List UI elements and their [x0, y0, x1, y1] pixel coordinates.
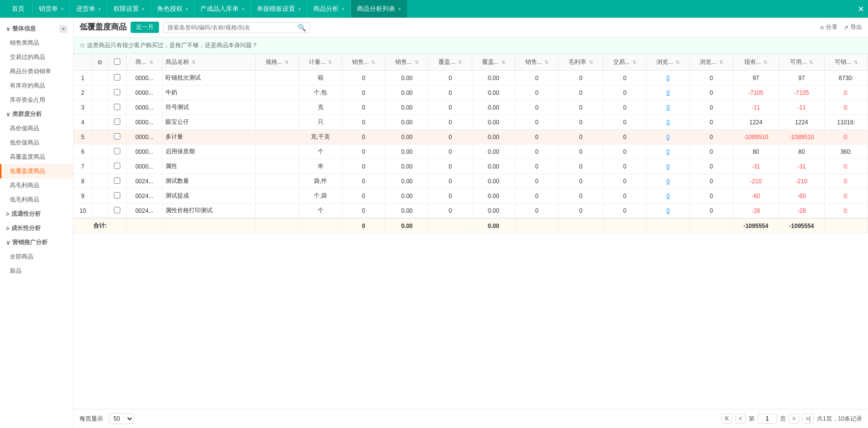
sidebar-item-high-value[interactable]: 高价值商品 — [0, 121, 73, 136]
row-checkbox[interactable] — [114, 207, 120, 213]
th-margin[interactable]: 毛利率 ⇅ — [558, 54, 603, 71]
cell-browse1[interactable]: 0 — [647, 130, 690, 144]
nav-tab-analysis-list[interactable]: 商品分析列表 × — [351, 0, 407, 18]
cell-browse1[interactable]: 0 — [647, 71, 690, 86]
th-trade[interactable]: 交易... ⇅ — [603, 54, 647, 71]
sidebar-item-stock-capital[interactable]: 库存资金占用 — [0, 93, 73, 107]
cell-browse1[interactable]: 0 — [647, 115, 690, 130]
cell-browse1[interactable]: 0 — [647, 189, 690, 203]
th-gear[interactable]: ⚙ — [92, 54, 108, 71]
row-checkbox[interactable] — [114, 163, 120, 169]
row-checkbox[interactable] — [114, 118, 120, 125]
prev-page-btn[interactable]: < — [735, 414, 746, 424]
row-checkbox[interactable] — [114, 74, 120, 81]
sidebar-item-traded-goods[interactable]: 交易过的商品 — [0, 50, 73, 64]
current-page-input[interactable] — [758, 414, 777, 424]
sidebar-item-sales-goods[interactable]: 销售类商品 — [0, 36, 73, 50]
close-tab-template[interactable]: × — [298, 6, 301, 12]
cell-browse1[interactable]: 0 — [647, 159, 690, 174]
close-tab-permission[interactable]: × — [142, 6, 145, 12]
page-size-select[interactable]: 50 20 100 200 — [109, 413, 134, 424]
sidebar-section-overall[interactable]: ∨ 整体信息 « — [0, 22, 73, 36]
th-sellable[interactable]: 可销... ⇅ — [824, 54, 868, 71]
cell-browse1[interactable]: 0 — [647, 174, 690, 189]
sidebar-section-liquidity[interactable]: > 流通性分析 — [0, 207, 73, 221]
sidebar-section-growth[interactable]: > 成长性分析 — [0, 221, 73, 235]
cell-check[interactable] — [108, 86, 127, 100]
close-tab-purchase[interactable]: × — [98, 6, 101, 12]
th-cover2[interactable]: 覆盖... ⇅ — [472, 54, 515, 71]
th-code[interactable]: 商... ⇅ — [127, 54, 163, 71]
nav-tab-role[interactable]: 角色授权 × — [151, 0, 195, 18]
nav-tab-product-analysis[interactable]: 商品分析 × — [307, 0, 351, 18]
export-button[interactable]: ↗ 导出 — [843, 23, 862, 31]
sidebar-item-low-margin[interactable]: 低毛利商品 — [0, 193, 73, 207]
sidebar-item-in-stock[interactable]: 有库存的商品 — [0, 79, 73, 93]
share-button[interactable]: ⎋ 分享 — [820, 23, 838, 31]
row-checkbox[interactable] — [114, 133, 120, 140]
sidebar-item-low-value[interactable]: 低价值商品 — [0, 136, 73, 150]
cell-check[interactable] — [108, 174, 127, 189]
row-checkbox[interactable] — [114, 192, 120, 199]
window-close-button[interactable]: ✕ — [858, 4, 864, 14]
close-tab-analysis-list[interactable]: × — [398, 6, 401, 12]
cell-check[interactable] — [108, 203, 127, 219]
nav-tab-template[interactable]: 单据模板设置 × — [251, 0, 307, 18]
time-filter-month[interactable]: 近一月 — [131, 22, 159, 33]
row-checkbox[interactable] — [114, 177, 120, 184]
th-sales-qty[interactable]: 销售... ⇅ — [342, 54, 385, 71]
sidebar-item-category-sales-rate[interactable]: 商品分类动销率 — [0, 64, 73, 79]
cell-check[interactable] — [108, 189, 127, 203]
first-page-btn[interactable]: K — [722, 414, 732, 424]
close-tab-product-inbound[interactable]: × — [242, 6, 244, 12]
nav-tab-product-inbound[interactable]: 产成品入库单 × — [194, 0, 251, 18]
last-page-btn[interactable]: >| — [802, 414, 814, 424]
cell-unit: 个 — [298, 203, 342, 219]
th-browse1[interactable]: 浏览... ⇅ — [647, 54, 690, 71]
cell-browse1[interactable]: 0 — [647, 203, 690, 219]
nav-tab-purchase[interactable]: 进货单 × — [70, 0, 108, 18]
nav-tab-permission[interactable]: 权限设置 × — [108, 0, 151, 18]
cell-browse1[interactable]: 0 — [647, 100, 690, 115]
row-checkbox[interactable] — [114, 148, 120, 154]
th-current[interactable]: 现有... ⇅ — [733, 54, 779, 71]
next-page-btn[interactable]: > — [789, 414, 799, 424]
search-icon[interactable]: 🔍 — [298, 24, 306, 31]
row-checkbox[interactable] — [114, 104, 120, 110]
cell-browse1[interactable]: 0 — [647, 86, 690, 100]
page-label: 第 — [749, 415, 755, 423]
search-input[interactable] — [167, 24, 298, 31]
th-sales3[interactable]: 销售... ⇅ — [515, 54, 558, 71]
th-name[interactable]: 商品名称 ⇅ — [162, 54, 255, 71]
th-unit[interactable]: 计量... ⇅ — [298, 54, 342, 71]
sidebar-section-marketing[interactable]: ∨ 营销推广分析 — [0, 235, 73, 250]
sidebar-collapse-btn[interactable]: « — [59, 25, 67, 33]
close-tab-role[interactable]: × — [186, 6, 189, 12]
cell-check[interactable] — [108, 115, 127, 130]
cell-cover1: 0 — [429, 71, 472, 86]
cell-check[interactable] — [108, 144, 127, 159]
sidebar-item-all-goods[interactable]: 全部商品 — [0, 250, 73, 264]
sidebar-item-high-coverage[interactable]: 高覆盖度商品 — [0, 150, 73, 164]
th-spec[interactable]: 规格... ⇅ — [255, 54, 298, 71]
th-browse2[interactable]: 浏览... ⇅ — [690, 54, 733, 71]
nav-tab-home[interactable]: 首页 — [4, 0, 33, 18]
cell-check[interactable] — [108, 159, 127, 174]
sidebar-item-new-goods[interactable]: 新品 — [0, 264, 73, 278]
sidebar-item-low-coverage[interactable]: 低覆盖度商品 — [0, 164, 73, 178]
th-available[interactable]: 可用... ⇅ — [779, 54, 824, 71]
select-all-checkbox[interactable] — [114, 58, 120, 65]
th-cover1[interactable]: 覆盖... ⇅ — [429, 54, 472, 71]
nav-tab-sales[interactable]: 销货单 × — [33, 0, 70, 18]
sidebar-item-high-margin[interactable]: 高毛利商品 — [0, 178, 73, 193]
th-sales-amt[interactable]: 销售... ⇅ — [385, 54, 429, 71]
cell-check[interactable] — [108, 71, 127, 86]
close-tab-product-analysis[interactable]: × — [342, 6, 345, 12]
row-checkbox[interactable] — [114, 89, 120, 95]
close-tab-sales[interactable]: × — [61, 6, 64, 12]
cell-browse1[interactable]: 0 — [647, 144, 690, 159]
pagination: K < 第 页 > >| 共1页，10条记录 — [722, 414, 862, 424]
cell-check[interactable] — [108, 130, 127, 144]
sidebar-section-cluster[interactable]: ∨ 类群度分析 — [0, 107, 73, 121]
cell-check[interactable] — [108, 100, 127, 115]
